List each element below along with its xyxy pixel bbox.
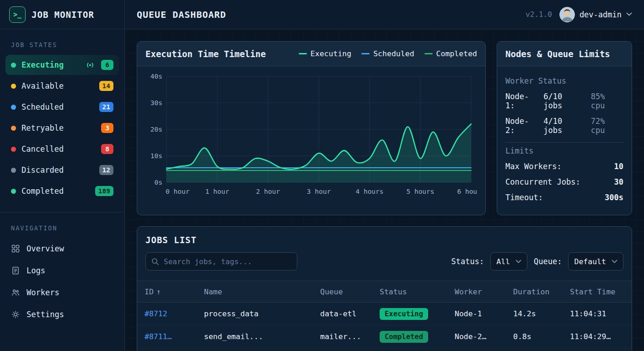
limit-value: 300s — [605, 193, 623, 202]
jobs-controls: Status:AllQueue:Default — [145, 252, 623, 271]
column-label: Duration — [513, 287, 549, 296]
worker-name: Node-2: — [505, 117, 538, 135]
state-label: Retryable — [21, 123, 96, 133]
count-badge: 12 — [99, 165, 113, 175]
column-label: Status — [380, 287, 407, 296]
sidebar-item-overview[interactable]: Overview — [5, 238, 119, 259]
jobs-card-header: JOBS LIST Status:AllQueue:Default — [137, 227, 632, 271]
worker-cpu: 72% cpu — [591, 117, 623, 135]
top-header: QUEUE DASHBOARD v2.1.0 dev-admin — [125, 0, 644, 29]
user-name: dev-admin — [580, 10, 622, 19]
legend-label: Executing — [311, 49, 351, 58]
column-label: Worker — [455, 287, 482, 296]
column-header-status[interactable]: Status — [372, 287, 447, 296]
worker-jobs: 6/10 jobs — [543, 92, 585, 110]
version-label: v2.1.0 — [526, 10, 552, 19]
user-menu[interactable]: dev-admin — [559, 7, 632, 22]
sort-arrow-icon: ↑ — [156, 287, 161, 296]
count-badge: 6 — [101, 60, 113, 70]
selected-value: Default — [574, 257, 606, 266]
filters: Status:AllQueue:Default — [451, 252, 623, 271]
sidebar-item-scheduled[interactable]: Scheduled21 — [5, 97, 119, 117]
state-label: Scheduled — [21, 102, 94, 112]
legend-swatch — [361, 53, 370, 55]
limit-label: Max Workers: — [505, 162, 562, 171]
search-input[interactable] — [164, 257, 291, 266]
job-states-list: Executing6Available14Scheduled21Retryabl… — [0, 54, 124, 202]
nodes-card: Nodes & Queue Limits Worker Status Node-… — [497, 41, 632, 215]
live-signal-icon — [86, 62, 95, 69]
sidebar-item-completed[interactable]: Completed189 — [5, 181, 119, 201]
job-states-section-label: JOB STATES — [0, 29, 124, 54]
nav-label: Overview — [27, 244, 64, 253]
count-badge: 14 — [99, 81, 113, 91]
status-filter-select[interactable]: All — [490, 252, 527, 271]
job-queue: mailer... — [313, 332, 372, 341]
worker-jobs: 4/10 jobs — [543, 117, 585, 135]
sidebar-item-retryable[interactable]: Retryable3 — [5, 118, 119, 138]
column-header-worker[interactable]: Worker — [447, 287, 506, 296]
table-header-row: ID↑NameQueueStatusWorkerDurationStart Ti… — [137, 281, 632, 303]
sidebar-item-available[interactable]: Available14 — [5, 76, 119, 96]
worker-stats: 4/10 jobs72% cpu — [543, 117, 623, 135]
legend-swatch — [299, 53, 307, 55]
job-id-link[interactable]: #8711… — [137, 332, 197, 341]
job-id-link[interactable]: #8712 — [137, 309, 197, 318]
queue-filter-select[interactable]: Default — [568, 252, 623, 271]
grid-icon — [11, 244, 20, 253]
column-header-name[interactable]: Name — [197, 287, 313, 296]
jobs-table: ID↑NameQueueStatusWorkerDurationStart Ti… — [137, 281, 632, 351]
job-start-time: 11:04:31 — [563, 309, 632, 318]
y-tick-label: 0s — [155, 179, 162, 186]
sidebar-item-discarded[interactable]: Discarded12 — [5, 160, 119, 180]
cancelled-dot — [11, 147, 16, 152]
job-worker: Node-2… — [447, 332, 506, 341]
column-label: Queue — [320, 287, 343, 296]
sidebar-item-workers[interactable]: Workers — [5, 282, 119, 303]
worker-name: Node-1: — [505, 92, 538, 110]
limits-list: Max Workers:10Concurrent Jobs:30Timeout:… — [505, 162, 623, 202]
count-badge: 21 — [99, 102, 113, 112]
gear-icon — [11, 310, 20, 319]
terminal-logo-icon: >_ — [9, 6, 26, 23]
x-tick-label: 0 hour — [166, 188, 190, 195]
nav-label: Settings — [27, 310, 64, 319]
y-tick-label: 40s — [150, 73, 162, 80]
queue-filter-label: Queue: — [534, 257, 562, 266]
job-name: process_data — [197, 309, 313, 318]
worker-status-row: Node-1:6/10 jobs85% cpu — [505, 92, 623, 110]
job-worker: Node-1 — [447, 309, 506, 318]
column-header-queue[interactable]: Queue — [313, 287, 372, 296]
column-label: Name — [204, 287, 222, 296]
legend-label: Completed — [436, 49, 477, 58]
chart-legend: ExecutingScheduledCompleted — [299, 49, 477, 58]
nodes-card-title: Nodes & Queue Limits — [505, 49, 610, 59]
sidebar-item-executing[interactable]: Executing6 — [5, 55, 119, 75]
count-badge: 189 — [95, 186, 113, 196]
legend-item-scheduled: Scheduled — [361, 49, 414, 58]
limit-row: Concurrent Jobs:30 — [505, 177, 623, 186]
sidebar-item-settings[interactable]: Settings — [5, 304, 119, 325]
navigation-list: OverviewLogsWorkersSettings — [0, 237, 124, 326]
legend-swatch — [424, 53, 433, 55]
column-header-id[interactable]: ID↑ — [137, 287, 197, 296]
job-duration: 0.8s — [506, 332, 563, 341]
timeline-card: Execution Time Timeline ExecutingSchedul… — [137, 41, 486, 215]
table-row[interactable]: #8711…send_email...mailer...CompletedNod… — [137, 325, 632, 348]
scheduled-dot — [11, 105, 16, 110]
timeline-card-header: Execution Time Timeline ExecutingSchedul… — [137, 42, 485, 66]
nodes-divider — [505, 142, 623, 143]
sidebar-item-logs[interactable]: Logs — [5, 260, 119, 281]
column-header-duration[interactable]: Duration — [506, 287, 563, 296]
table-row[interactable]: #8710process_datamailerScheduledNode-10.… — [137, 348, 632, 351]
sidebar-item-cancelled[interactable]: Cancelled8 — [5, 139, 119, 159]
column-label: ID — [145, 287, 154, 296]
state-label: Executing — [21, 60, 80, 69]
column-header-start-time[interactable]: Start Time — [563, 287, 632, 296]
discarded-dot — [11, 168, 16, 173]
worker-cpu: 85% cpu — [591, 92, 623, 110]
app-root: >_ JOB MONITOR JOB STATES Executing6Avai… — [0, 0, 644, 351]
table-row[interactable]: #8712process_datadata-etlExecutingNode-1… — [137, 303, 632, 325]
available-dot — [11, 84, 16, 89]
sidebar: >_ JOB MONITOR JOB STATES Executing6Avai… — [0, 0, 125, 351]
